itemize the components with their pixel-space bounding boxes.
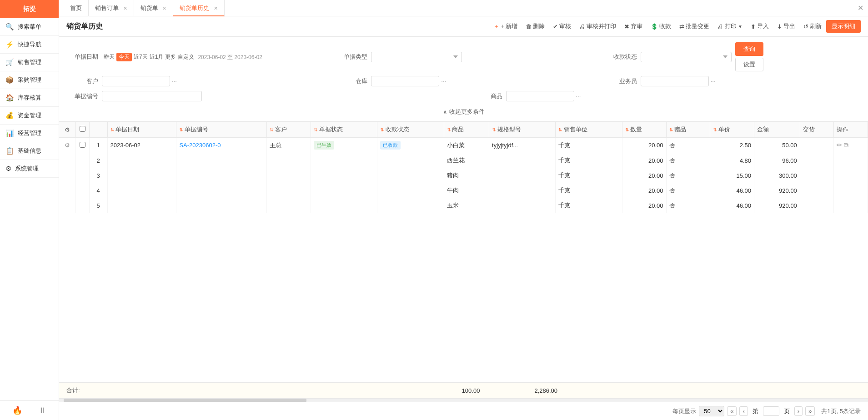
sidebar-item-base-info[interactable]: 📋 基础信息 [0,142,59,160]
row-docno[interactable] [176,168,267,183]
delete-button[interactable]: 🗑 删除 [522,20,548,32]
print-button[interactable]: 🖨 打印 ▼ [714,20,746,32]
salesperson-dots[interactable]: ··· [711,78,716,85]
audit-print-button[interactable]: 🖨 审核并打印 [576,20,620,32]
select-all-checkbox[interactable] [80,126,85,132]
payment-status-select[interactable] [641,52,732,62]
col-gear[interactable]: ⚙ [59,122,75,138]
close-sales-order-tab[interactable]: ✕ [123,5,127,11]
show-detail-button[interactable]: 显示明细 [826,20,861,33]
row-amount: 920.00 [754,183,800,198]
row-amount: 96.00 [754,153,800,168]
salesperson-input[interactable] [641,76,709,86]
page-input[interactable]: 1 [763,406,779,416]
sidebar-item-ops-mgmt[interactable]: 📊 经营管理 [0,125,59,142]
table-summary: 合计: 100.00 2,286.00 [59,382,868,398]
copy-action-button[interactable]: ⧉ [844,141,848,149]
row-gear[interactable]: ⚙ [59,138,75,153]
row-docno[interactable]: SA-20230602-0 [176,138,267,153]
sidebar-item-quick-nav[interactable]: ⚡ 快捷导航 [0,36,59,54]
per-page-select[interactable]: 50 100 200 [699,406,724,416]
audit-button[interactable]: ✔ 审核 [549,20,575,32]
row-spec [489,198,556,213]
col-doc-status[interactable]: ⇅ 单据状态 [311,122,377,138]
row-docno[interactable] [176,183,267,198]
batch-change-button[interactable]: ⇄ 批量变更 [676,20,713,32]
docno-link[interactable]: SA-20230602-0 [179,142,221,149]
col-spec[interactable]: ⇅ 规格型号 [489,122,556,138]
doc-type-select[interactable] [371,52,462,62]
col-customer[interactable]: ⇅ 客户 [267,122,311,138]
filter-group-goods: 商品 ··· [471,91,861,101]
export-button[interactable]: ⬇ 导出 [773,20,799,32]
close-sales-history-tab[interactable]: ✕ [214,5,218,11]
shortcut-7days[interactable]: 近7天 [134,53,148,61]
row-gear[interactable] [59,183,75,198]
goods-label: 商品 [471,92,502,100]
set-button[interactable]: 设置 [735,58,763,71]
row-number: 4 [89,183,107,198]
status-badge: 已生效 [314,141,334,150]
edit-action-button[interactable]: ✏ [837,141,842,149]
tab-sales-history[interactable]: 销货单历史 ✕ [173,0,225,16]
row-gear[interactable] [59,198,75,213]
sidebar-item-search-menu[interactable]: 🔍 搜索菜单 [0,18,59,36]
tabbar-close-all[interactable]: ✕ [858,4,863,12]
col-pay-status[interactable]: ⇅ 收款状态 [377,122,444,138]
col-price[interactable]: ⇅ 单价 [710,122,754,138]
docno-input[interactable] [102,91,202,101]
tab-sales-goods[interactable]: 销货单 ✕ [134,0,174,16]
goods-input[interactable] [506,91,574,101]
tab-sales-order[interactable]: 销售订单 ✕ [89,0,134,16]
sales-icon: 🛒 [5,58,14,66]
col-gift[interactable]: ⇅ 赠品 [666,122,710,138]
filter-group-date: 单据日期 昨天 今天 近7天 近1月 更多 自定义 2023-06-02 至 2… [66,53,322,61]
shortcut-custom[interactable]: 自定义 [178,53,194,61]
customer-dots[interactable]: ··· [172,78,177,85]
sidebar-item-purchase-mgmt[interactable]: 📦 采购管理 [0,71,59,89]
row-docno[interactable] [176,198,267,213]
col-date[interactable]: ⇅ 单据日期 [107,122,176,138]
new-button[interactable]: ＋ + 新增 [490,20,521,32]
row-gift: 否 [666,168,710,183]
shortcut-today[interactable]: 今天 [116,53,132,61]
customer-input[interactable] [102,76,170,86]
warehouse-input[interactable] [371,76,439,86]
row-gear[interactable] [59,168,75,183]
salesperson-label: 业务员 [605,77,637,85]
sidebar-item-sales-mgmt[interactable]: 🛒 销售管理 [0,54,59,71]
col-unit[interactable]: ⇅ 销售单位 [556,122,622,138]
import-button[interactable]: ⬆ 导入 [747,20,773,32]
next-page-button[interactable]: › [794,406,803,416]
date-label: 单据日期 [66,53,98,61]
shortcut-yesterday[interactable]: 昨天 [104,53,115,61]
pause-icon[interactable]: ⏸ [38,406,46,415]
last-page-button[interactable]: » [805,406,815,416]
warehouse-dots[interactable]: ··· [441,78,446,85]
query-button[interactable]: 查询 [735,42,763,56]
close-sales-goods-tab[interactable]: ✕ [162,5,166,11]
shortcut-1month[interactable]: 近1月 [150,53,164,61]
fire-icon[interactable]: 🔥 [12,405,22,415]
row-trade [800,138,834,153]
row-price: 46.00 [710,183,754,198]
collect-button[interactable]: 💲 收款 [647,20,675,32]
row-checkbox[interactable] [80,142,85,148]
prev-page-button[interactable]: ‹ [739,406,748,416]
sidebar-item-sys-mgmt[interactable]: ⚙ 系统管理 [0,160,59,178]
abandon-button[interactable]: ✖ 弃审 [621,20,646,32]
collapse-button[interactable]: ∧ 收起更多条件 [66,106,861,118]
col-docno[interactable]: ⇅ 单据编号 [176,122,267,138]
first-page-button[interactable]: « [727,406,737,416]
table-row: 3猪肉千克20.00否15.00300.00 [59,168,868,183]
goods-dots[interactable]: ··· [576,93,581,100]
col-goods[interactable]: ⇅ 商品 [444,122,489,138]
shortcut-more[interactable]: 更多 [165,53,176,61]
sidebar-item-finance-mgmt[interactable]: 💰 资金管理 [0,107,59,125]
col-quantity[interactable]: ⇅ 数量 [622,122,666,138]
row-gear[interactable] [59,153,75,168]
row-docno[interactable] [176,153,267,168]
refresh-button[interactable]: ↺ 刷新 [800,20,825,32]
sidebar-item-inventory[interactable]: 🏠 库存核算 [0,89,59,107]
tab-home[interactable]: 首页 [64,0,89,16]
